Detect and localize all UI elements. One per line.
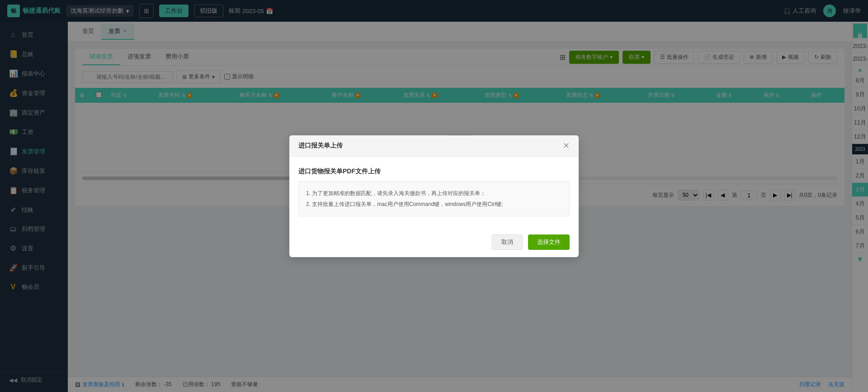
modal-upload-title: 进口货物报关单PDF文件上传 [298, 167, 570, 176]
instruction-2: 2. 支持批量上传进口报关单，mac用户使用Command键，windows用户… [306, 199, 562, 210]
modal-title: 进口报关单上传 [298, 142, 343, 150]
instruction-1: 1. 为了更加精准的数据匹配，请先录入海关缴款书，再上传对应的报关单； [306, 188, 562, 199]
cancel-btn[interactable]: 取消 [492, 234, 523, 250]
modal-close-btn[interactable]: ✕ [563, 142, 570, 150]
modal-instructions: 1. 为了更加精准的数据匹配，请先录入海关缴款书，再上传对应的报关单； 2. 支… [298, 181, 570, 216]
modal-footer: 取消 选择文件 [289, 227, 579, 257]
modal-body: 进口货物报关单PDF文件上传 1. 为了更加精准的数据匹配，请先录入海关缴款书，… [289, 157, 579, 227]
modal-header: 进口报关单上传 ✕ [289, 135, 579, 157]
modal-dialog: 进口报关单上传 ✕ 进口货物报关单PDF文件上传 1. 为了更加精准的数据匹配，… [289, 135, 579, 257]
modal-overlay[interactable]: 进口报关单上传 ✕ 进口货物报关单PDF文件上传 1. 为了更加精准的数据匹配，… [0, 0, 868, 392]
select-file-btn[interactable]: 选择文件 [528, 234, 570, 250]
